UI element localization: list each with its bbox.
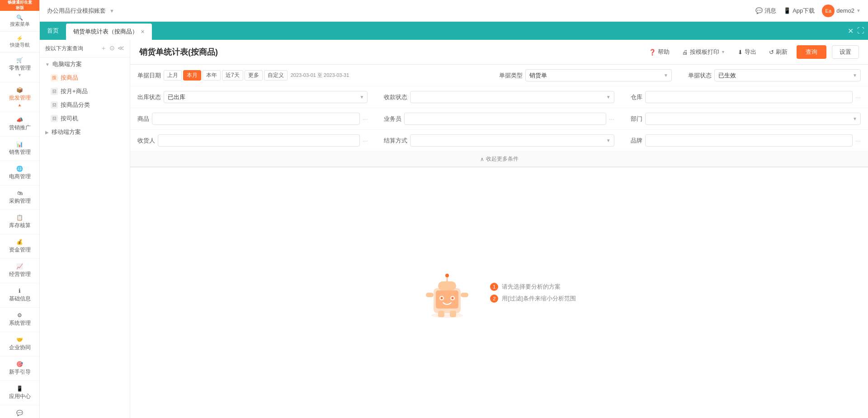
sidebar-item-quick[interactable]: ⚡ 快捷导航	[0, 32, 39, 52]
product-input[interactable]	[152, 113, 360, 125]
tabbar: 首页 销货单统计表（按商品） ✕ ✕ ⛶	[40, 22, 868, 40]
tab-report[interactable]: 销货单统计表（按商品） ✕	[66, 24, 152, 40]
setting-button[interactable]: 设置	[832, 45, 859, 59]
empty-state-content: 1 请先选择要分析的方案 2 用[过滤]条件来缩小分析范围	[422, 266, 576, 320]
recv-status-select[interactable]	[410, 91, 614, 103]
out-status-select[interactable]: 已出库	[164, 91, 368, 103]
dept-label: 部门	[631, 115, 642, 123]
sidebar-item-finance[interactable]: 💰 资金管理	[0, 234, 39, 259]
operation-icon: 📈	[16, 263, 23, 270]
sidebar-item-inventory[interactable]: 📋 库存核算	[0, 210, 39, 234]
receiver-input[interactable]	[158, 134, 360, 147]
user-menu[interactable]: Ea demo2 ▼	[822, 5, 861, 17]
date-more-btn[interactable]: 更多	[245, 70, 263, 81]
message-label: 消息	[764, 7, 776, 15]
dept-select[interactable]	[645, 113, 861, 125]
quick-icon: ⚡	[16, 35, 23, 42]
purchase-icon: 🛍	[17, 190, 23, 196]
refresh-btn[interactable]: ↺ 刷新	[765, 46, 791, 58]
collapse-bar[interactable]: ∧ 收起更多条件	[130, 152, 868, 167]
date-this-year-btn[interactable]: 本年	[203, 70, 221, 81]
recv-status-field: 收款状态 ▼	[384, 91, 614, 103]
tab-home[interactable]: 首页	[40, 22, 66, 40]
sidebar-item-system[interactable]: ⚙ 系统管理	[0, 308, 39, 332]
tip-text-1: 请先选择要分析的方案	[502, 283, 561, 291]
empty-state-area: 1 请先选择要分析的方案 2 用[过滤]条件来缩小分析范围	[130, 167, 868, 418]
agent-dots[interactable]: ···	[609, 115, 614, 123]
sidebar-item-sales[interactable]: 📊 销售管理	[0, 137, 39, 161]
sidebar-item-app-center[interactable]: 📱 应用中心	[0, 381, 39, 405]
type-label: 单据类型	[499, 71, 523, 80]
tree-item-by-product[interactable]: 按 按商品	[40, 71, 130, 85]
svg-point-9	[445, 274, 449, 277]
payment-select[interactable]	[410, 134, 614, 147]
wholesale-arrow: ▲	[18, 103, 22, 107]
edit-scheme-icon[interactable]: ⊙	[109, 44, 115, 52]
warehouse-input[interactable]	[645, 91, 853, 103]
sidebar-item-basic[interactable]: ℹ 基础信息	[0, 283, 39, 308]
sidebar-item-operation[interactable]: 📈 经营管理	[0, 259, 39, 283]
right-panel: 销货单统计表(按商品) ❓ 帮助 🖨 按模板打印 ▼ ⬇ 导出	[130, 40, 868, 418]
by-month-product-label: 按月+商品	[61, 87, 88, 95]
finance-label: 资金管理	[9, 246, 31, 254]
enterprise-icon: 🤝	[16, 337, 23, 343]
doc-status-select[interactable]: 已生效	[714, 69, 861, 81]
help-btn[interactable]: ❓ 帮助	[645, 46, 673, 58]
tab-close-icon[interactable]: ✕	[141, 29, 145, 35]
print-template-btn[interactable]: 🖨 按模板打印 ▼	[679, 46, 729, 58]
tabbar-actions: ✕ ⛶	[848, 27, 868, 35]
sidebar-item-wholesale[interactable]: 📦 批发管理 ▲	[0, 82, 39, 112]
brand-dots[interactable]: ···	[855, 137, 861, 144]
guide-icon: 🎯	[16, 361, 23, 367]
type-select[interactable]: 销货单	[525, 69, 672, 81]
product-dots[interactable]: ···	[363, 115, 368, 123]
panel-header-actions: ＋ ⊙ ≪	[100, 44, 124, 52]
retail-arrow: ▼	[18, 73, 22, 77]
sidebar-item-purchase[interactable]: 🛍 采购管理	[0, 185, 39, 210]
page-title: 销货单统计表(按商品)	[139, 47, 218, 63]
date-last-month-btn[interactable]: 上月	[164, 70, 182, 81]
maximize-btn[interactable]: ⛶	[857, 27, 864, 35]
print-label: 按模板打印	[690, 48, 719, 56]
date-last-7-btn[interactable]: 近7天	[222, 70, 243, 81]
tip-num-2: 2	[490, 294, 498, 303]
collapse-panel-icon[interactable]: ≪	[118, 44, 124, 52]
sidebar-item-search[interactable]: 🔍 搜索菜单	[0, 11, 39, 32]
add-scheme-icon[interactable]: ＋	[100, 44, 107, 52]
out-status-label: 出库状态	[137, 93, 161, 101]
sidebar-item-marketing[interactable]: 📣 营销推广	[0, 112, 39, 137]
tree-parent-pc[interactable]: ▼ 电脑端方案	[40, 57, 130, 71]
app-download-btn[interactable]: 📱 App下载	[783, 7, 815, 15]
tree-parent-mobile[interactable]: ▶ 移动端方案	[40, 125, 130, 139]
retail-label: 零售管理	[9, 64, 31, 72]
guide-label: 新手引导	[9, 368, 31, 376]
tree-item-by-category[interactable]: 囧 按商品分类	[40, 98, 130, 112]
dept-field: 部门 ▼	[631, 113, 861, 125]
mobile-scheme-label: 移动端方案	[52, 128, 81, 136]
date-this-month-btn[interactable]: 本月	[183, 70, 201, 81]
receiver-dots[interactable]: ···	[363, 137, 368, 144]
message-btn[interactable]: 💬 消息	[755, 7, 776, 15]
close-all-tabs-btn[interactable]: ✕	[848, 27, 854, 35]
help-label: 帮助	[658, 48, 670, 56]
export-btn[interactable]: ⬇ 导出	[734, 46, 760, 58]
sidebar-item-wechat[interactable]: 💬 企业微信	[0, 405, 39, 418]
svg-rect-12	[438, 311, 444, 317]
query-button[interactable]: 查询	[797, 45, 826, 59]
sidebar-item-guide[interactable]: 🎯 新手引导	[0, 356, 39, 381]
print-icon: 🖨	[682, 49, 688, 56]
industry-dropdown-icon[interactable]: ▼	[109, 8, 114, 14]
date-custom-btn[interactable]: 自定义	[264, 70, 288, 81]
agent-input[interactable]	[404, 113, 606, 125]
tip-text-2: 用[过滤]条件来缩小分析范围	[502, 294, 576, 303]
sidebar-item-retail[interactable]: 🛒 零售管理 ▼	[0, 52, 39, 82]
filter-row-2: 出库状态 已出库 ▼ 收款状态	[130, 86, 868, 108]
sidebar-item-enterprise[interactable]: 🤝 企业协同	[0, 332, 39, 356]
warehouse-dots[interactable]: ···	[855, 94, 861, 101]
retail-icon: 🛒	[16, 57, 23, 63]
svg-rect-11	[461, 293, 468, 297]
brand-input[interactable]	[645, 134, 853, 147]
tree-item-by-month-product[interactable]: 囧 按月+商品	[40, 85, 130, 98]
tree-item-by-cashier[interactable]: 囧 按司机	[40, 112, 130, 125]
sidebar-item-ecommerce[interactable]: 🌐 电商管理	[0, 161, 39, 185]
